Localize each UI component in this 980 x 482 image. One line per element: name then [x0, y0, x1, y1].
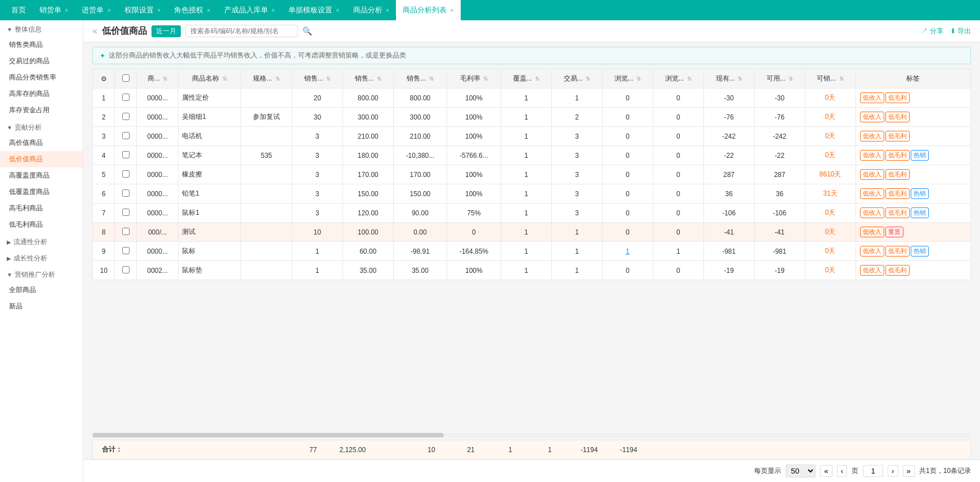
nav-role[interactable]: 角色授权 × — [167, 0, 217, 20]
sidebar-group-flow[interactable]: ▶ 流通性分析 — [0, 233, 83, 249]
horizontal-scrollbar[interactable] — [92, 433, 971, 437]
row-checkbox[interactable] — [122, 151, 130, 158]
row-checkbox[interactable] — [122, 94, 130, 101]
scrollbar-thumb[interactable] — [92, 433, 444, 437]
page-input[interactable] — [863, 465, 883, 477]
nav-product-in[interactable]: 产成品入库单 × — [217, 0, 282, 20]
sidebar-collapse-button[interactable]: « — [92, 26, 97, 36]
next-page-button[interactable]: › — [888, 465, 898, 477]
col-current[interactable]: 现有... ⇅ — [703, 69, 754, 89]
row-trade: 3 — [551, 165, 602, 184]
table-container[interactable]: ⚙ 商... ⇅ 商品名称 ⇅ 规格... ⇅ 销售... ⇅ 销售... ⇅ … — [83, 69, 980, 433]
chevron-down-icon: ▼ — [7, 125, 12, 131]
row-check[interactable] — [115, 223, 137, 242]
row-checkbox[interactable] — [122, 132, 130, 139]
nav-permission[interactable]: 权限设置 × — [118, 0, 167, 20]
col-browse2[interactable]: 浏览... ⇅ — [653, 69, 703, 89]
sidebar-item-stock-capital[interactable]: 库存资金占用 — [0, 102, 83, 118]
col-sellable[interactable]: 可销... ⇅ — [805, 69, 856, 89]
row-check[interactable] — [115, 89, 137, 108]
sidebar-item-high-margin[interactable]: 高毛利商品 — [0, 200, 83, 216]
row-s2: 60.00 — [342, 242, 393, 261]
row-trade: 1 — [551, 261, 602, 280]
sidebar-item-low-coverage[interactable]: 低覆盖度商品 — [0, 184, 83, 200]
sidebar-item-sales-category[interactable]: 销售类商品 — [0, 37, 83, 53]
sidebar-item-high-coverage[interactable]: 高覆盖度商品 — [0, 167, 83, 184]
close-icon[interactable]: × — [450, 7, 453, 14]
search-icon[interactable]: 🔍 — [302, 26, 312, 36]
col-name[interactable]: 商品名称 ⇅ — [179, 69, 241, 89]
nav-template[interactable]: 单据模板设置 × — [282, 0, 346, 20]
sidebar-group-growth[interactable]: ▶ 成长性分析 — [0, 249, 83, 266]
col-available[interactable]: 可用... ⇅ — [754, 69, 805, 89]
close-icon[interactable]: × — [386, 7, 389, 14]
prev-page-button[interactable]: ‹ — [837, 465, 847, 477]
close-icon[interactable]: × — [271, 7, 275, 14]
col-sales1[interactable]: 销售... ⇅ — [292, 69, 342, 89]
last-page-button[interactable]: » — [903, 465, 915, 477]
export-button[interactable]: ⬇ 导出 — [950, 26, 971, 36]
sidebar-item-low-value[interactable]: 低价值商品 — [0, 151, 83, 167]
nav-home[interactable]: 首页 — [5, 0, 33, 20]
row-check[interactable] — [115, 261, 137, 280]
close-icon[interactable]: × — [65, 7, 68, 14]
close-icon[interactable]: × — [336, 7, 339, 14]
sidebar-item-high-stock[interactable]: 高库存的商品 — [0, 86, 83, 102]
row-checkbox[interactable] — [122, 170, 130, 178]
nav-purchase-order[interactable]: 进货单 × — [75, 0, 117, 20]
col-tags[interactable]: 标签 — [856, 69, 970, 89]
col-sales2[interactable]: 销售... ⇅ — [342, 69, 393, 89]
col-trade[interactable]: 交易... ⇅ — [551, 69, 602, 89]
close-icon[interactable]: × — [207, 7, 210, 14]
row-check[interactable] — [115, 127, 137, 146]
sidebar-group-marketing[interactable]: ▼ 营销推广分析 — [0, 266, 83, 282]
row-checkbox[interactable] — [122, 209, 130, 216]
sidebar-group-contribution[interactable]: ▼ 贡献分析 — [0, 118, 83, 135]
sidebar-item-high-value[interactable]: 高价值商品 — [0, 135, 83, 151]
col-sales3[interactable]: 销售... ⇅ — [393, 69, 447, 89]
nav-goods-analysis[interactable]: 商品分析 × — [346, 0, 396, 20]
row-checkbox[interactable] — [122, 113, 130, 120]
col-checkbox[interactable] — [115, 69, 137, 89]
sidebar-item-new-goods[interactable]: 新品 — [0, 298, 83, 315]
browse-link[interactable]: 1 — [626, 247, 630, 255]
col-code[interactable]: 商... ⇅ — [137, 69, 179, 89]
row-s2: 120.00 — [342, 204, 393, 223]
row-s3: -98.91 — [393, 242, 447, 261]
row-check[interactable] — [115, 204, 137, 223]
row-checkbox[interactable] — [122, 228, 130, 235]
row-check[interactable] — [115, 146, 137, 165]
row-check[interactable] — [115, 242, 137, 261]
row-checkbox[interactable] — [122, 189, 130, 197]
col-spec[interactable]: 规格... ⇅ — [241, 69, 292, 89]
nav-goods-analysis-list[interactable]: 商品分析列表 × — [396, 0, 460, 20]
row-check[interactable] — [115, 165, 137, 184]
close-icon[interactable]: × — [157, 7, 161, 14]
col-coverage[interactable]: 覆盖... ⇅ — [501, 69, 551, 89]
close-icon[interactable]: × — [107, 7, 110, 14]
row-checkbox[interactable] — [122, 266, 130, 273]
tag: 低毛利 — [885, 131, 910, 141]
sidebar-item-traded[interactable]: 交易过的商品 — [0, 53, 83, 69]
period-button[interactable]: 近一月 — [152, 25, 181, 37]
row-days: 0天 — [805, 261, 856, 280]
search-input[interactable] — [185, 25, 298, 37]
col-gross[interactable]: 毛利率 ⇅ — [447, 69, 501, 89]
tag: 低收入 — [860, 227, 884, 237]
sidebar-item-all-goods[interactable]: 全部商品 — [0, 282, 83, 298]
col-settings[interactable]: ⚙ — [93, 69, 115, 89]
select-all-checkbox[interactable] — [122, 74, 130, 82]
row-browse1[interactable]: 1 — [602, 242, 653, 261]
per-page-select[interactable]: 50 100 200 — [786, 465, 816, 477]
nav-sales-order[interactable]: 销货单 × — [33, 0, 75, 20]
row-checkbox[interactable] — [122, 247, 130, 254]
sidebar-item-category-sales-rate[interactable]: 商品分类销售率 — [0, 69, 83, 86]
share-button[interactable]: ↗ 分享 — [921, 26, 943, 36]
first-page-button[interactable]: « — [820, 465, 832, 477]
row-check[interactable] — [115, 184, 137, 204]
row-check[interactable] — [115, 108, 137, 127]
col-browse1[interactable]: 浏览... ⇅ — [602, 69, 653, 89]
sidebar-item-low-margin[interactable]: 低毛利商品 — [0, 216, 83, 233]
row-s1: 3 — [292, 127, 342, 146]
sidebar-group-overall[interactable]: ▼ 整体信息 — [0, 20, 83, 37]
